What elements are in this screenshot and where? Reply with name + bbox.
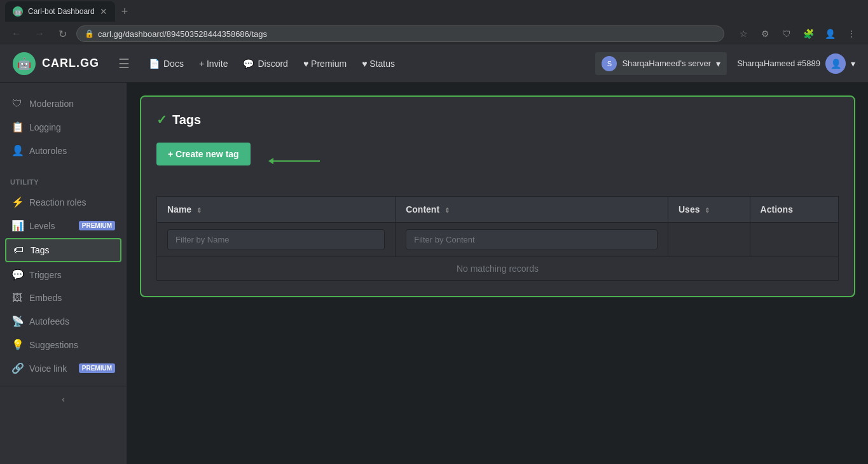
new-tab-button[interactable]: + [118,5,132,18]
uses-sort-icon: ⇕ [705,207,710,214]
sidebar-collapse-button[interactable]: ‹ [0,386,127,412]
sidebar: 🛡 Moderation 📋 Logging 👤 Autoroles UTILI… [0,83,127,464]
server-name: SharqaHameed's server [622,59,711,68]
sidebar-section-main: 🛡 Moderation 📋 Logging 👤 Autoroles [0,83,127,168]
autofeeds-label: Autofeeds [29,316,115,327]
bookmark-button[interactable]: ☆ [734,25,752,43]
lock-icon: 🔒 [85,29,94,38]
docs-link[interactable]: 📄 Docs [142,55,190,73]
panel-title-text: Tags [172,113,201,127]
docs-icon: 📄 [149,59,160,69]
arrow-svg [266,155,323,167]
sidebar-item-triggers[interactable]: 💬 Triggers [5,264,121,286]
svg-marker-1 [268,158,273,164]
sidebar-item-suggestions[interactable]: 💡 Suggestions [5,334,121,356]
filter-row [157,223,839,257]
discord-icon: 💬 [243,59,254,69]
logo-icon: 🤖 [13,52,36,75]
logging-label: Logging [29,122,115,132]
filter-content-cell [396,223,668,257]
triggers-icon: 💬 [11,269,23,281]
sidebar-item-voice-link[interactable]: 🔗 Voice link Premium [5,357,121,379]
check-icon: ✓ [156,112,167,127]
extension-btn-2[interactable]: 🛡 [778,25,796,43]
utility-section-label: UTILITY [5,178,121,191]
tags-icon: 🏷 [13,244,24,256]
col-header-content[interactable]: Content ⇕ [396,197,668,223]
extension-btn-3[interactable]: 🧩 [799,25,817,43]
moderation-icon: 🛡 [11,98,23,109]
logo-text: CARL.GG [42,57,99,70]
suggestions-icon: 💡 [11,339,23,351]
status-label: ♥ Status [362,59,395,69]
sidebar-item-levels[interactable]: 📊 Levels Premium [5,214,121,237]
autoroles-label: Autoroles [29,146,115,156]
premium-label: ♥ Premium [303,59,347,69]
embeds-icon: 🖼 [11,292,23,304]
no-records-row: No matching records [157,257,839,281]
arrow-indicator [258,155,323,169]
suggestions-label: Suggestions [29,340,115,350]
tags-label: Tags [31,245,114,255]
profile-button[interactable]: 👤 [821,25,839,43]
back-button[interactable]: ← [8,25,25,43]
create-new-tag-button[interactable]: + Create new tag [156,143,251,165]
address-bar[interactable]: 🔒 carl.gg/dashboard/894503528444358686/t… [76,25,724,42]
sidebar-item-autofeeds[interactable]: 📡 Autofeeds [5,310,121,332]
logging-icon: 📋 [11,121,23,133]
reaction-roles-label: Reaction roles [29,197,115,207]
triggers-label: Triggers [29,270,115,280]
content-sort-icon: ⇕ [444,207,450,214]
voice-link-premium-badge: Premium [79,363,115,373]
autoroles-icon: 👤 [11,144,23,157]
menu-button[interactable]: ⋮ [843,25,860,43]
filter-content-input[interactable] [406,229,658,250]
col-header-uses[interactable]: Uses ⇕ [668,197,750,223]
col-header-name[interactable]: Name ⇕ [157,197,396,223]
sidebar-item-moderation[interactable]: 🛡 Moderation [5,93,121,115]
discord-label: Discord [258,59,287,69]
sidebar-item-logging[interactable]: 📋 Logging [5,116,121,138]
create-btn-label: + Create new tag [168,149,239,159]
user-info[interactable]: SharqaHameed #5889 👤 ▾ [737,53,855,74]
tab-close-btn[interactable]: ✕ [100,6,107,17]
server-selector[interactable]: S SharqaHameed's server ▾ [595,52,727,75]
user-avatar: 👤 [825,53,846,74]
discord-link[interactable]: 💬 Discord [237,55,294,73]
tags-table: Name ⇕ Content ⇕ Uses ⇕ [156,196,839,281]
filter-name-input[interactable] [167,229,385,250]
extension-btn-1[interactable]: ⚙ [756,25,774,43]
forward-button[interactable]: → [31,25,48,43]
nav-right: S SharqaHameed's server ▾ SharqaHameed #… [595,52,855,75]
page-content: ✓ Tags + Create new tag [127,83,868,464]
sidebar-item-reaction-roles[interactable]: ⚡ Reaction roles [5,191,121,213]
moderation-label: Moderation [29,99,115,109]
main-content: 🛡 Moderation 📋 Logging 👤 Autoroles UTILI… [0,83,868,464]
server-dropdown-icon: ▾ [716,59,720,69]
sidebar-item-tags[interactable]: 🏷 Tags [5,238,121,262]
invite-link[interactable]: + Invite [193,55,235,73]
status-link[interactable]: ♥ Status [355,55,401,73]
browser-tab[interactable]: 🤖 Carl-bot Dashboard ✕ [5,1,115,22]
reload-button[interactable]: ↻ [53,25,71,43]
voice-link-label: Voice link [29,363,72,374]
name-sort-icon: ⇕ [196,207,202,214]
collapse-icon: ‹ [62,394,65,404]
user-dropdown-icon: ▾ [851,59,855,69]
invite-label: + Invite [199,59,228,69]
logo-area: 🤖 CARL.GG [13,52,99,75]
filter-name-cell [157,223,396,257]
no-records-cell: No matching records [157,257,839,281]
filter-actions-cell [750,223,838,257]
server-icon: S [602,56,617,71]
reaction-roles-icon: ⚡ [11,196,23,208]
sidebar-item-autoroles[interactable]: 👤 Autoroles [5,139,121,162]
sidebar-section-utility: UTILITY ⚡ Reaction roles 📊 Levels Premiu… [0,168,127,386]
docs-label: Docs [163,59,184,69]
hamburger-menu[interactable]: ☰ [118,56,130,71]
premium-link[interactable]: ♥ Premium [297,55,353,73]
tags-panel: ✓ Tags + Create new tag [140,95,855,297]
levels-premium-badge: Premium [79,221,115,230]
nav-links: 📄 Docs + Invite 💬 Discord ♥ Premium ♥ St… [142,55,401,73]
sidebar-item-embeds[interactable]: 🖼 Embeds [5,287,121,309]
